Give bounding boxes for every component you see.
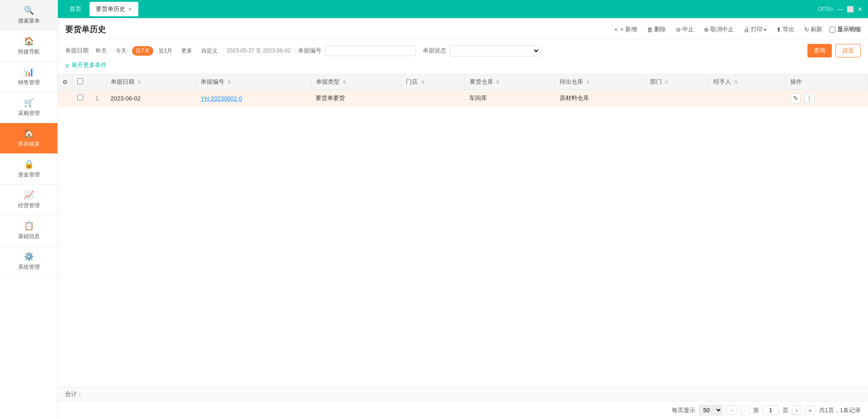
today-btn[interactable]: 今天 [112,46,130,56]
print-icon: 🖨 [744,26,750,33]
settings-button[interactable]: 设置 [835,44,861,57]
table-container: ⚙ 单据日期 ⇅ 单据编号 ⇅ [58,74,868,387]
filter-doc-no: 单据编号 [298,46,415,56]
table-row: 1 2023-06-02 YH-20230602-0 要货单要货 [58,90,868,107]
last-page-btn[interactable]: » [805,405,815,415]
tab-home[interactable]: 首页 [63,2,88,16]
sidebar-item-purchase[interactable]: 🛒 采购管理 [0,92,57,123]
table-header-row: ⚙ 单据日期 ⇅ 单据编号 ⇅ [58,74,868,90]
show-detail-label: 显示明细 [837,25,861,33]
tab-close-icon[interactable]: ✕ [128,6,132,12]
finance-icon: 🔒 [24,159,34,169]
sidebar-item-quick-nav[interactable]: 🏠 快捷导航 [0,31,57,62]
topbar-maximize-btn[interactable]: ⬜ [847,6,854,13]
th-store[interactable]: 门店 ⇅ [401,74,465,90]
td-doc-date: 2023-06-02 [106,90,196,107]
next-page-btn[interactable]: › [792,405,801,415]
sidebar-item-label: 搜索菜单 [18,17,40,25]
custom-btn[interactable]: 自定义 [198,46,221,56]
per-page-label: 每页显示 [672,406,695,414]
doc-status-label: 单据状态 [423,47,446,55]
sort-pending-warehouse-icon: ⇅ [586,80,590,85]
sidebar-item-label: 库存核算 [18,140,40,148]
yesterday-btn[interactable]: 昨天 [92,46,110,56]
more-btn[interactable]: 更多 [178,46,196,56]
tab-requisition-label: 要货单历史 [96,5,125,13]
topbar-minimize-btn[interactable]: — [837,6,843,13]
refresh-button[interactable]: ↻ 刷新 [802,24,825,35]
sidebar-item-search-menu[interactable]: 🔍 搜索菜单 [0,0,57,31]
page-input[interactable] [763,405,779,415]
th-handler[interactable]: 经手人 ⇅ [708,74,785,90]
stop-button[interactable]: ⊖ 中止 [673,24,697,35]
th-doc-no[interactable]: 单据编号 ⇅ [196,74,311,90]
query-button[interactable]: 查询 [807,44,832,57]
doc-no-link[interactable]: YH-20230602-0 [201,95,242,102]
sidebar-item-sales[interactable]: 📊 销售管理 [0,62,57,92]
show-detail-toggle[interactable]: 显示明细 [830,25,861,33]
main-content: 首页 要货单历史 ✕ OfTEn — ⬜ ✕ 要货单历史 ＋ + 新增 🗑 [58,0,868,419]
th-gear: ⚙ [58,74,73,90]
th-pending-warehouse[interactable]: 待出仓库 ⇅ [555,74,645,90]
per-page-select[interactable]: 50 10 20 100 [699,405,722,415]
export-label: 导出 [783,25,794,33]
tab-home-label: 首页 [70,5,81,13]
td-handler [708,90,785,107]
filter-bar: 单据日期 昨天 今天 近7天 近1月 更多 自定义 2023-05-27 至 2… [58,39,868,74]
select-all-checkbox[interactable] [77,78,83,84]
doc-status-select[interactable] [450,45,540,57]
show-detail-checkbox[interactable] [830,27,835,33]
doc-no-input[interactable] [325,46,415,56]
delete-label: 删除 [654,25,666,33]
td-checkbox [73,90,88,107]
expand-more-btn[interactable]: ∨ 展开更多条件 [65,61,861,69]
topbar-close-btn[interactable]: ✕ [858,6,863,13]
sidebar-item-inventory[interactable]: 🏠 库存核算 [0,123,57,154]
row-edit-icon[interactable]: ✎ [791,93,801,103]
sidebar-item-basic-info[interactable]: 📋 基础信息 [0,215,57,246]
th-checkbox [73,74,88,90]
export-button[interactable]: ⬆ 导出 [774,24,797,35]
tab-requisition-history[interactable]: 要货单历史 ✕ [90,2,138,16]
total-label: 合计： [65,390,83,397]
new-label: + 新增 [620,25,637,33]
sidebar-item-label: 基础信息 [18,233,40,240]
td-operation: ✎ ⋮ [785,90,868,107]
row-more-icon[interactable]: ⋮ [804,93,814,103]
last7-btn[interactable]: 近7天 [132,46,153,56]
stop-icon: ⊖ [676,26,681,33]
print-button[interactable]: 🖨 打印 ▾ [741,24,769,35]
th-doc-date[interactable]: 单据日期 ⇅ [106,74,196,90]
doc-date-label: 单据日期 [65,47,89,55]
delete-button[interactable]: 🗑 删除 [644,24,669,35]
basic-info-icon: 📋 [24,221,34,231]
first-page-btn[interactable]: « [726,405,736,415]
pagination: 每页显示 50 10 20 100 « ‹ 第 页 › » 共1页，1条记录 [58,401,868,419]
sidebar-item-label: 系统管理 [18,263,40,271]
prev-page-btn[interactable]: ‹ [741,405,750,415]
sidebar-item-label: 经营管理 [18,202,40,210]
cancel-stop-button[interactable]: ⊗ 取消中止 [701,24,736,35]
td-req-warehouse: 车间库 [465,90,555,107]
th-req-warehouse[interactable]: 要货仓库 ⇅ [465,74,555,90]
filter-doc-date: 单据日期 昨天 今天 近7天 近1月 更多 自定义 2023-05-27 至 2… [65,46,291,56]
export-icon: ⬆ [776,26,781,33]
cancel-stop-icon: ⊗ [704,26,709,33]
date-range-text: 2023-05-27 至 2023-06-02 [226,47,290,55]
page-header: 要货单历史 ＋ + 新增 🗑 删除 ⊖ 中止 ⊗ 取消中止 [58,18,868,39]
print-label: 打印 [751,25,763,33]
td-pending-warehouse: 原材料仓库 [555,90,645,107]
th-department[interactable]: 部门 ⇅ [645,74,708,90]
th-doc-type[interactable]: 单据类型 ⇅ [311,74,401,90]
new-button[interactable]: ＋ + 新增 [610,24,640,35]
row-checkbox[interactable] [77,95,83,100]
sidebar-item-finance[interactable]: 🔒 资金管理 [0,154,57,185]
sidebar-item-operations[interactable]: 📈 经营管理 [0,185,57,215]
sort-req-warehouse-icon: ⇅ [496,80,500,85]
td-store [401,90,465,107]
inventory-icon: 🏠 [24,129,34,138]
refresh-label: 刷新 [811,25,822,33]
last-month-btn[interactable]: 近1月 [155,46,176,56]
filter-row-1: 单据日期 昨天 今天 近7天 近1月 更多 自定义 2023-05-27 至 2… [65,44,861,57]
sidebar-item-system[interactable]: ⚙️ 系统管理 [0,246,57,277]
